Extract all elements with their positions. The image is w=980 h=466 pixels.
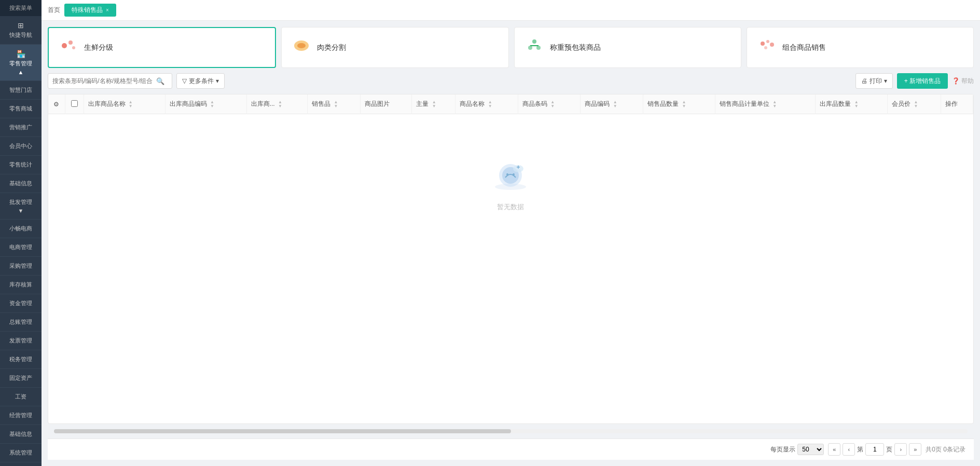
sort-arrows-icon: ▲▼ [682, 100, 686, 108]
sort-arrows-icon: ▲▼ [488, 100, 492, 108]
help-label: 帮助 [961, 77, 974, 86]
tab-card-combo-product[interactable]: 组合商品销售 [747, 27, 974, 68]
next-page-button[interactable]: › [894, 443, 907, 456]
sidebar-item-quick-nav[interactable]: ⊞ 快捷导航 [0, 16, 42, 45]
col-member-price-label: 会员价 [892, 100, 910, 107]
sidebar-item-retail-mall[interactable]: 零售商城 [0, 100, 42, 118]
help-button[interactable]: ❓ 帮助 [952, 77, 974, 86]
combo-product-icon [757, 36, 776, 59]
sidebar-item-sys-mgmt[interactable]: 系统管理 [0, 444, 42, 462]
pagination: 每页显示 50 10 20 100 « ‹ 第 页 › » 共0页 [48, 438, 974, 460]
sidebar-item-mini-ecom[interactable]: 小畅电商 [0, 220, 42, 238]
col-out-name[interactable]: 出库商品名称 ▲▼ [84, 94, 165, 114]
col-checkbox[interactable] [65, 94, 84, 114]
topbar: 首页 特殊销售品 × [42, 0, 980, 21]
search-box[interactable]: 🔍 [48, 73, 172, 89]
col-out-spec-label: 出库商... [251, 100, 275, 107]
col-op-label: 操作 [945, 100, 958, 107]
chevron-down-icon: ▼ [18, 208, 24, 214]
scrollbar-thumb[interactable] [54, 429, 511, 433]
sidebar-item-sales-promo[interactable]: 营销推广 [0, 118, 42, 137]
data-table: ⚙ 出库商品名称 ▲▼ 出库商品编码 ▲▼ [48, 94, 973, 253]
sidebar-item-purchase-mgmt[interactable]: 采购管理 [0, 257, 42, 276]
add-label: + 新增销售品 [904, 77, 941, 86]
sidebar-item-label: 批发管理 [9, 198, 32, 206]
settings-icon: ⚙ [53, 101, 59, 108]
horizontal-scrollbar[interactable] [54, 429, 968, 433]
active-tab[interactable]: 特殊销售品 × [64, 4, 116, 17]
sidebar-item-retail-mgmt[interactable]: 🏪 零售管理 ▲ [0, 45, 42, 81]
col-item-code[interactable]: 商品编码 ▲▼ [581, 94, 643, 114]
table-header-row: ⚙ 出库商品名称 ▲▼ 出库商品编码 ▲▼ [48, 94, 973, 114]
toolbar: 🔍 ▽ 更多条件 ▾ 🖨 打印 ▾ + 新增销售品 ❓ [48, 73, 974, 89]
home-breadcrumb[interactable]: 首页 [48, 6, 60, 15]
sidebar-item-general-ledger[interactable]: 总账管理 [0, 313, 42, 332]
sidebar-item-smart-store[interactable]: 智慧门店 [0, 81, 42, 100]
sidebar-item-label: 小畅电商 [9, 225, 32, 232]
select-all-checkbox[interactable] [71, 100, 78, 107]
page-unit: 页 [886, 445, 892, 454]
empty-text: 暂无数据 [497, 202, 524, 212]
tab-card-weigh-package[interactable]: 称重预包装商品 [514, 27, 741, 68]
svg-point-12 [764, 46, 767, 49]
sidebar-item-basic-info2[interactable]: 基础信息 [0, 425, 42, 444]
col-sale-unit[interactable]: 销售商品计量单位 ▲▼ [715, 94, 816, 114]
col-member-price[interactable]: 会员价 ▲▼ [888, 94, 941, 114]
sidebar: 搜索菜单 ⊞ 快捷导航 🏪 零售管理 ▲ 智慧门店 零售商城 营销推广 会员中心… [0, 0, 42, 466]
col-out-spec[interactable]: 出库商... ▲▼ [246, 94, 308, 114]
col-settings[interactable]: ⚙ [48, 94, 65, 114]
pagination-info: 共0页 0条记录 [926, 445, 965, 454]
print-label: 打印 [869, 77, 882, 86]
sidebar-item-inventory[interactable]: 库存核算 [0, 276, 42, 294]
sidebar-item-label: 采购管理 [9, 262, 32, 270]
tab-card-fresh-grade[interactable]: 生鲜分级 [48, 27, 276, 68]
sort-arrows-icon: ▲▼ [613, 100, 617, 108]
page-input-group: 第 页 [857, 443, 892, 456]
sidebar-item-label: 电商管理 [9, 243, 32, 251]
col-item-barcode-label: 商品条码 [522, 100, 547, 107]
first-page-button[interactable]: « [828, 443, 840, 456]
sidebar-item-member-center[interactable]: 会员中心 [0, 137, 42, 156]
svg-point-7 [528, 46, 532, 50]
search-input[interactable] [52, 77, 156, 85]
sidebar-logo[interactable]: 搜索菜单 [0, 0, 42, 16]
per-page-select[interactable]: 50 10 20 100 [797, 444, 824, 455]
close-tab-icon[interactable]: × [106, 7, 109, 13]
col-item-barcode[interactable]: 商品条码 ▲▼ [518, 94, 581, 114]
sidebar-item-label: 工资 [15, 393, 26, 401]
col-item-image[interactable]: 商品图片 [361, 94, 412, 114]
col-out-qty[interactable]: 出库品数量 ▲▼ [816, 94, 888, 114]
sidebar-item-label: 基础信息 [9, 430, 32, 438]
col-out-code[interactable]: 出库商品编码 ▲▼ [165, 94, 246, 114]
sidebar-item-basic-info[interactable]: 基础信息 [0, 174, 42, 193]
sidebar-item-ecom-mgmt[interactable]: 电商管理 [0, 238, 42, 257]
tab-card-weigh-package-label: 称重预包装商品 [550, 43, 601, 52]
sidebar-item-finance[interactable]: 资金管理 [0, 294, 42, 313]
col-sale-qty[interactable]: 销售品数量 ▲▼ [643, 94, 715, 114]
sidebar-item-hr[interactable]: 工资 [0, 388, 42, 406]
svg-point-1 [68, 40, 73, 45]
filter-arrow-icon: ▾ [216, 77, 219, 85]
sidebar-item-biz-agreement[interactable]: 企业协同 [0, 462, 42, 466]
col-sale-item[interactable]: 销售品 ▲▼ [308, 94, 361, 114]
svg-point-10 [766, 40, 769, 43]
prev-page-button[interactable]: ‹ [843, 443, 855, 456]
col-item-code-label: 商品编码 [585, 100, 610, 107]
last-page-button[interactable]: » [909, 443, 921, 456]
add-product-button[interactable]: + 新增销售品 [897, 73, 948, 89]
sidebar-item-fixed-assets[interactable]: 固定资产 [0, 369, 42, 388]
sidebar-item-invoice[interactable]: 发票管理 [0, 332, 42, 350]
sidebar-item-retail-stats[interactable]: 零售统计 [0, 156, 42, 174]
tab-card-meat-cut-label: 肉类分割 [317, 43, 346, 52]
filter-button[interactable]: ▽ 更多条件 ▾ [176, 73, 225, 89]
sidebar-item-ops-mgmt[interactable]: 经营管理 [0, 406, 42, 425]
col-main-unit[interactable]: 主量 ▲▼ [412, 94, 456, 114]
print-button[interactable]: 🖨 打印 ▾ [855, 73, 893, 89]
svg-point-8 [536, 46, 541, 50]
tab-card-meat-cut[interactable]: 肉类分割 [281, 27, 508, 68]
col-item-name[interactable]: 商品名称 ▲▼ [456, 94, 518, 114]
col-sale-item-label: 销售品 [312, 100, 330, 107]
sidebar-item-wholesale-mgmt[interactable]: 批发管理 ▼ [0, 193, 42, 220]
page-number-input[interactable] [865, 443, 884, 456]
sidebar-item-tax[interactable]: 税务管理 [0, 350, 42, 369]
